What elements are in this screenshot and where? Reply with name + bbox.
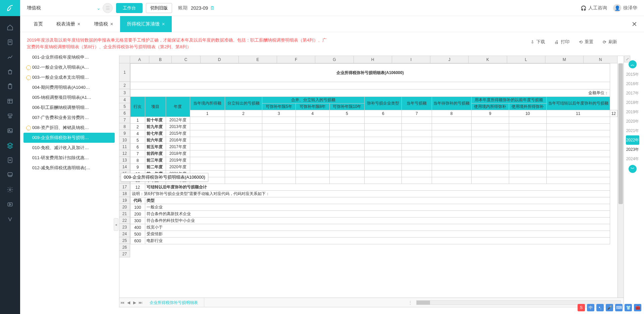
tree-node[interactable]: 012-减免所得税优惠明细表(… [23, 163, 115, 173]
close-icon[interactable]: ✕ [110, 22, 113, 26]
row-header[interactable]: 27 [119, 251, 130, 257]
row-header[interactable]: 8 [119, 123, 130, 130]
sheet-nav-prev[interactable]: ◀ [125, 300, 131, 305]
app-logo[interactable] [0, 0, 20, 16]
ime-tools-icon[interactable]: 🧰 [634, 304, 641, 311]
consult-button[interactable]: 🎧 人工咨询 [581, 5, 607, 11]
close-icon[interactable]: ✕ [77, 22, 80, 26]
row-header[interactable]: 19 [119, 197, 130, 204]
year-up-button[interactable]: ︽ [629, 60, 637, 68]
tab-所得税汇算清缴[interactable]: 所得税汇算清缴✕ [120, 16, 172, 32]
row-header[interactable]: 25 [119, 237, 130, 244]
reset-button[interactable]: ⟲重置 [579, 39, 593, 45]
col-header[interactable]: N [584, 56, 618, 63]
tree-node[interactable]: 001-企业所得税年度纳税申… [23, 52, 115, 62]
split-handle-icon[interactable]: ⋮ [408, 300, 412, 305]
nav-video-icon[interactable] [0, 197, 20, 212]
nav-bag-icon[interactable] [0, 64, 20, 79]
old-version-button[interactable]: 切到旧版 [146, 3, 172, 13]
row-header[interactable]: 23 [119, 224, 130, 231]
col-header[interactable]: G [315, 56, 354, 63]
ime-skin-icon[interactable]: 👕 [625, 304, 632, 311]
year-button[interactable]: 2021年 [626, 126, 639, 135]
sheet-corner[interactable] [119, 56, 130, 63]
tree-node[interactable]: 006-职工薪酬纳税调整明细… [23, 103, 115, 113]
tree-node[interactable]: 011-研发费用加计扣除优惠… [23, 153, 115, 163]
sheet-nav-next[interactable]: ▶ [131, 300, 138, 305]
scrollbar-thumb[interactable] [619, 63, 623, 204]
row-header[interactable]: 22 [119, 217, 130, 224]
tree-node[interactable]: 008-资产折旧、摊销及纳税… [23, 123, 115, 133]
tab-首页[interactable]: 首页 [27, 16, 50, 32]
ime-voice-icon[interactable]: 🎤 [606, 304, 613, 311]
col-header[interactable]: K [469, 56, 507, 63]
sheet-tab[interactable]: 企业所得税弥补亏损明细表 [144, 298, 204, 307]
row-header[interactable]: 1 [119, 63, 130, 82]
year-button[interactable]: 2024年 [626, 154, 639, 164]
nav-template-icon[interactable] [0, 109, 20, 123]
close-all-tabs-icon[interactable]: ✕ [632, 20, 637, 28]
ime-logo-icon[interactable]: S [578, 304, 585, 311]
row-header[interactable]: 2 [119, 82, 130, 89]
nav-export-icon[interactable] [0, 153, 20, 168]
year-button[interactable]: 2017年 [626, 88, 639, 98]
tree-node[interactable]: 010-免税、减计收入及加计… [23, 143, 115, 153]
row-header[interactable]: 5 [119, 103, 130, 110]
row-header[interactable]: 4 [119, 97, 130, 103]
year-button[interactable]: 2015年 [626, 70, 639, 79]
nav-v-icon[interactable] [0, 212, 20, 227]
nav-table-icon[interactable] [0, 94, 20, 109]
tree-node[interactable]: 003-一般企业成本支出明细… [23, 72, 115, 82]
nav-image-icon[interactable] [0, 123, 20, 138]
row-header[interactable]: 17 [119, 184, 130, 190]
row-header[interactable]: 7 [119, 117, 130, 123]
year-button[interactable]: 2019年 [626, 107, 639, 117]
nav-doc-icon[interactable] [0, 35, 20, 50]
ime-punct-button[interactable]: •, [596, 304, 604, 311]
ime-lang-button[interactable]: 中 [587, 304, 594, 311]
scrollbar-thumb[interactable] [417, 301, 430, 305]
nav-chart-icon[interactable] [0, 50, 20, 64]
sheet-nav-first[interactable]: ⏮ [119, 300, 125, 305]
collapse-tree-button[interactable]: ◂ [114, 218, 118, 231]
period-value[interactable]: 2023-09 [191, 5, 208, 11]
print-button[interactable]: 🖨打印 [554, 39, 570, 45]
row-header[interactable]: 18 [119, 190, 130, 197]
nav-home-icon[interactable] [0, 20, 20, 35]
row-header[interactable]: 6 [119, 110, 130, 117]
year-button[interactable]: 2018年 [626, 98, 639, 107]
row-header[interactable]: 21 [119, 210, 130, 217]
tab-税表清册[interactable]: 税表清册✕ [50, 16, 87, 32]
col-header[interactable]: J [430, 56, 469, 63]
row-header[interactable]: 3 [119, 89, 130, 97]
row-header[interactable]: 24 [119, 231, 130, 237]
nav-stack-icon[interactable] [0, 138, 20, 153]
col-header[interactable]: B [149, 56, 172, 63]
nav-settings-icon[interactable] [0, 182, 20, 197]
row-header[interactable]: 12 [119, 150, 130, 157]
col-header[interactable]: L [507, 56, 545, 63]
row-header[interactable]: 9 [119, 130, 130, 137]
row-header[interactable]: 11 [119, 143, 130, 150]
calendar-icon[interactable]: 🗓 [210, 5, 215, 11]
refresh-button[interactable]: ⟳刷新 [603, 39, 617, 45]
tree-node[interactable]: 004-期间费用明细表(A1040… [23, 82, 115, 92]
row-header[interactable]: 10 [119, 137, 130, 143]
tax-type-dropdown[interactable]: 增值税 ⌄ [27, 5, 101, 11]
year-down-button[interactable]: ︾ [629, 165, 637, 173]
tree-node[interactable]: 005-纳税调整项目明细表(A1… [23, 92, 115, 103]
col-header[interactable]: H [354, 56, 392, 63]
tree-node[interactable]: 007-广告费和业务宣传费跨… [23, 113, 115, 123]
vertical-scrollbar[interactable] [618, 63, 624, 298]
workbench-button[interactable]: 工作台 [116, 3, 143, 13]
col-header[interactable]: D [201, 56, 239, 63]
row-header[interactable]: 26 [119, 244, 130, 251]
tab-增值税[interactable]: 增值税✕ [87, 16, 120, 32]
tree-node[interactable]: 002-一般企业收入明细表(A… [23, 62, 115, 72]
year-button[interactable]: 2022年 [626, 135, 639, 145]
col-header[interactable]: A [130, 56, 149, 63]
year-button[interactable]: 2023年 [626, 145, 639, 154]
year-button[interactable]: 2020年 [626, 117, 639, 126]
download-button[interactable]: ⇩下载 [531, 39, 545, 45]
user-menu[interactable]: 👤 徐泽华 [613, 4, 637, 12]
